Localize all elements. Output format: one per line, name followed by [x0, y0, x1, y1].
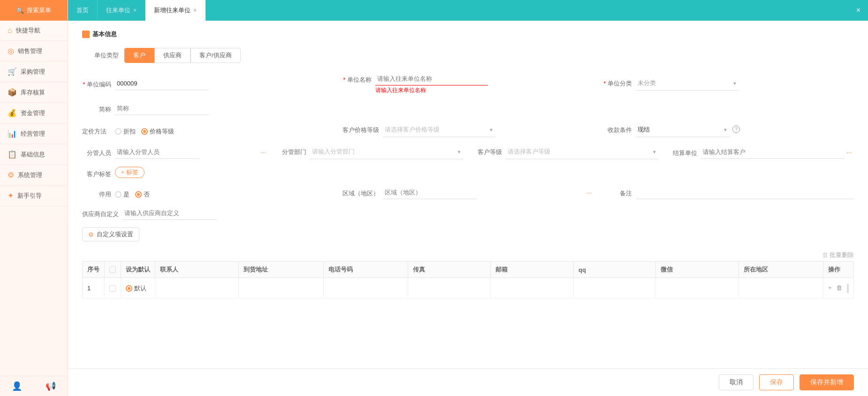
sidebar-item-purchase[interactable]: 🛒 采购管理 [0, 62, 68, 82]
settlement-unit-ellipsis[interactable]: ··· [845, 146, 854, 159]
save-new-button[interactable]: 保存并新增 [799, 374, 854, 390]
row-address[interactable] [239, 278, 323, 299]
settlement-unit-input[interactable] [701, 146, 845, 159]
row-default: 默认 [121, 278, 155, 299]
settlement-unit-label: 结算单位 [668, 146, 701, 157]
region-input[interactable] [383, 186, 477, 199]
pricing-discount-label: 折扣 [123, 127, 136, 136]
row-default-radio[interactable]: 默认 [126, 284, 150, 293]
customer-level-select[interactable]: 请选择客户等级 ▼ [506, 145, 659, 159]
row-phone[interactable] [323, 278, 408, 299]
custom-settings-button[interactable]: ⚙ 自定义项设置 [82, 227, 139, 241]
add-row-icon[interactable]: + [828, 284, 832, 291]
sidebar-item-finance[interactable]: 💰 资金管理 [0, 103, 68, 124]
customer-price-level-select[interactable]: 请选择客户价格等级 ▼ [383, 123, 495, 137]
short-name-input[interactable] [115, 102, 209, 115]
row-region-cell[interactable] [739, 278, 823, 299]
row-fax-input[interactable] [413, 282, 486, 295]
manager-input[interactable] [115, 146, 199, 159]
sidebar-item-system[interactable]: ⚙ 系统管理 [0, 165, 68, 186]
unit-code-col: 单位编码 [82, 77, 333, 90]
sidebar-item-label: 快捷导航 [16, 26, 40, 35]
chevron-down-icon-4: ▼ [457, 149, 462, 155]
unit-type-label: 单位类型 [82, 51, 124, 60]
row-wechat[interactable] [656, 278, 739, 299]
tab-new-partner[interactable]: 新增往来单位 × [145, 0, 206, 21]
payment-terms-select[interactable]: 现结 ▼ [636, 123, 730, 137]
pricing-radio-discount[interactable]: 折扣 [115, 127, 136, 136]
sidebar-item-inventory[interactable]: 📦 库存核算 [0, 82, 68, 103]
row-scrollbar [847, 284, 849, 293]
tab-bar-close[interactable]: × [856, 6, 860, 15]
remark-input[interactable] [636, 186, 854, 199]
disabled-radio-yes[interactable]: 是 [115, 190, 129, 199]
region-ellipsis[interactable]: ··· [584, 186, 594, 199]
disabled-col: 停用 是 否 [82, 187, 333, 199]
tab-home[interactable]: 首页 [68, 0, 98, 21]
row-contact[interactable] [155, 278, 239, 299]
batch-delete-label[interactable]: 批量删除 [830, 251, 854, 258]
pricing-radio-price-level[interactable]: 价格等级 [141, 127, 174, 136]
row-email[interactable] [491, 278, 574, 299]
sidebar-item-sales[interactable]: ◎ 销售管理 [0, 41, 68, 62]
row-address-input[interactable] [244, 282, 318, 295]
unit-code-label: 单位编码 [82, 77, 115, 89]
sidebar-bottom-btn-left[interactable]: 👤 [0, 376, 34, 396]
row-contact-input[interactable] [160, 282, 234, 295]
col-default: 设为默认 [121, 262, 155, 278]
row-fax[interactable] [408, 278, 491, 299]
customer-tag-col: 客户标签 + 标签 [82, 167, 854, 179]
select-all-checkbox[interactable] [109, 266, 116, 273]
tab-new-partner-close[interactable]: × [193, 8, 197, 13]
payment-terms-help-icon[interactable]: ? [732, 125, 740, 133]
row-wechat-input[interactable] [661, 282, 734, 295]
remark-label: 备注 [603, 186, 636, 198]
unit-category-select[interactable]: 未分类 ▼ [636, 76, 739, 91]
radio-circle-price-level [141, 128, 148, 135]
tab-partner-close[interactable]: × [133, 8, 137, 13]
row-qq-input[interactable] [579, 282, 651, 295]
unit-name-label: 单位名称 [343, 72, 375, 84]
sidebar-search[interactable]: 🔍 搜索菜单 [0, 0, 68, 21]
sidebar-item-operations[interactable]: 📊 经营管理 [0, 124, 68, 144]
row-default-label: 默认 [134, 284, 146, 293]
unit-type-customer[interactable]: 客户 [124, 48, 154, 63]
row-checkbox[interactable] [109, 285, 116, 292]
cancel-button[interactable]: 取消 [719, 374, 754, 390]
row-email-input[interactable] [495, 282, 569, 295]
disabled-radio-no[interactable]: 否 [135, 190, 150, 199]
department-select[interactable]: 请输入分管部门 ▼ [310, 145, 463, 159]
guide-icon: ✦ [8, 191, 14, 200]
supplier-custom-input[interactable] [122, 207, 216, 220]
row-checkbox-cell [105, 278, 121, 299]
region-col: 区域（地区） ··· [343, 186, 594, 199]
operations-icon: 📊 [8, 129, 17, 138]
row-qq[interactable] [574, 278, 656, 299]
col-email: 邮箱 [491, 262, 574, 278]
sidebar-item-guide[interactable]: ✦ 新手引导 [0, 186, 68, 206]
customer-tag-label: 客户标签 [82, 167, 115, 179]
sidebar-item-quick-nav[interactable]: ⌂ 快捷导航 [0, 21, 68, 41]
save-button[interactable]: 保存 [759, 374, 794, 390]
form-row-6: 停用 是 否 区域（地区） ··· [82, 186, 854, 199]
custom-settings-label: 自定义项设置 [97, 230, 133, 239]
tab-partner[interactable]: 往来单位 × [98, 0, 145, 21]
form-row-1: 单位编码 单位名称 请输入往来单位名称 单位分类 未分类 ▼ [82, 72, 854, 94]
form-row-3: 定价方法 折扣 价格等级 客户价格等级 请选择客户价格等级 [82, 123, 854, 137]
unit-code-input[interactable] [115, 77, 209, 90]
sidebar-search-label: 搜索菜单 [27, 6, 51, 15]
sidebar-item-basic[interactable]: 📋 基础信息 [0, 144, 68, 165]
add-tag-button[interactable]: + 标签 [115, 167, 145, 178]
row-region-input[interactable] [744, 282, 818, 295]
disabled-no-label: 否 [144, 190, 150, 199]
col-fax: 传真 [408, 262, 491, 278]
unit-type-supplier[interactable]: 供应商 [154, 48, 190, 63]
sidebar-bottom-btn-right[interactable]: 📢 [34, 376, 68, 396]
department-col: 分管部门 请输入分管部门 ▼ [277, 145, 463, 159]
delete-row-icon[interactable]: 🗑 [836, 284, 842, 291]
manager-ellipsis[interactable]: ··· [259, 146, 268, 159]
unit-name-input[interactable] [375, 72, 488, 85]
col-actions: 操作 [823, 262, 854, 278]
row-phone-input[interactable] [328, 282, 403, 295]
unit-type-both[interactable]: 客户/供应商 [190, 48, 241, 63]
